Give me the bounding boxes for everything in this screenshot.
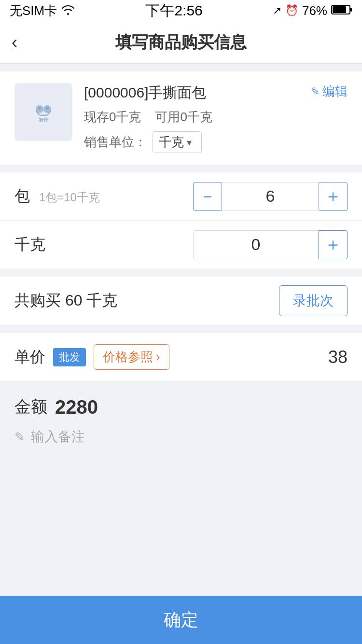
price-row: 单价 批发 价格参照 › 38	[0, 333, 362, 381]
product-unit-row: 销售单位： 千克 ▾	[84, 131, 348, 153]
product-info: [0000006]手撕面包 现存0千克 可用0千克 销售单位： 千克 ▾	[84, 83, 348, 153]
batch-button[interactable]: 录批次	[279, 285, 348, 316]
available-text: 可用0千克	[155, 110, 212, 124]
price-tag-batch: 批发	[53, 348, 86, 366]
svg-rect-2	[350, 8, 352, 12]
amount-label: 金额	[14, 396, 47, 418]
wifi-icon	[61, 3, 75, 18]
back-button[interactable]: ‹	[12, 32, 17, 53]
location-icon: ↗	[273, 4, 281, 17]
price-ref-label: 价格参照	[103, 349, 153, 365]
product-stock: 现存0千克 可用0千克	[84, 109, 348, 126]
price-section: 单价 批发 价格参照 › 38	[0, 333, 362, 381]
remark-placeholder: 输入备注	[31, 428, 85, 446]
battery-icon	[331, 3, 352, 18]
status-icons: ↗ ⏰ 76%	[273, 3, 352, 18]
svg-rect-1	[333, 6, 346, 13]
stock-text: 现存0千克	[84, 110, 141, 124]
product-image: 智计	[14, 83, 72, 141]
unit-select[interactable]: 千克 ▾	[153, 131, 202, 153]
pack-input[interactable]	[222, 182, 319, 211]
carrier-text: 无SIM卡	[10, 2, 57, 19]
remark-icon: ✎	[14, 430, 25, 445]
pack-sub-label: 1包=10千克	[39, 191, 100, 204]
pack-input-section: 包 1包=10千克 － ＋ 千克 ＋	[0, 172, 362, 269]
svg-point-6	[46, 107, 49, 110]
edit-button[interactable]: ✎ 编辑	[311, 83, 348, 100]
alarm-icon: ⏰	[285, 4, 298, 17]
svg-text:智计: 智计	[38, 117, 49, 123]
total-section: 共购买 60 千克 录批次	[0, 277, 362, 325]
unit-label: 销售单位：	[84, 134, 147, 151]
edit-label: 编辑	[322, 83, 348, 100]
status-time: 下午2:56	[145, 1, 202, 21]
pack-text: 包	[14, 187, 30, 205]
unit-value: 千克	[159, 134, 184, 151]
pack-minus-button[interactable]: －	[193, 182, 222, 211]
amount-section: 金额 2280 ✎ 输入备注	[0, 381, 362, 456]
product-name: [0000006]手撕面包	[84, 83, 348, 103]
total-text: 共购买 60 千克	[14, 290, 117, 311]
edit-icon: ✎	[311, 85, 320, 98]
pack-stepper: － ＋	[193, 182, 348, 211]
price-ref-arrow: ›	[156, 350, 160, 364]
chevron-down-icon: ▾	[187, 137, 192, 148]
kg-plus-button[interactable]: ＋	[319, 230, 348, 259]
battery-text: 76%	[302, 3, 327, 18]
price-ref-button[interactable]: 价格参照 ›	[94, 344, 169, 370]
status-carrier: 无SIM卡	[10, 2, 75, 19]
pack-plus-button[interactable]: ＋	[319, 182, 348, 211]
amount-value: 2280	[55, 396, 98, 418]
status-bar: 无SIM卡 下午2:56 ↗ ⏰ 76%	[0, 0, 362, 21]
pack-label: 包 1包=10千克	[14, 186, 193, 207]
kg-input-row: 千克 ＋	[0, 221, 362, 269]
confirm-button[interactable]: 确定	[164, 608, 198, 632]
remark-row[interactable]: ✎ 输入备注	[14, 428, 348, 456]
nav-bar: ‹ 填写商品购买信息	[0, 21, 362, 64]
confirm-bar[interactable]: 确定	[0, 596, 362, 644]
kg-input[interactable]	[193, 230, 319, 259]
product-card: 智计 [0000006]手撕面包 现存0千克 可用0千克 销售单位： 千克 ▾ …	[0, 71, 362, 165]
page-title: 填写商品购买信息	[115, 31, 247, 54]
price-label: 单价	[14, 347, 45, 368]
kg-stepper: ＋	[193, 230, 348, 259]
kg-label: 千克	[14, 234, 193, 255]
total-row: 共购买 60 千克 录批次	[0, 277, 362, 325]
svg-point-5	[38, 107, 41, 110]
spacer	[0, 456, 362, 552]
pack-input-row: 包 1包=10千克 － ＋	[0, 172, 362, 221]
amount-row: 金额 2280	[14, 396, 348, 418]
price-value: 38	[328, 347, 348, 367]
